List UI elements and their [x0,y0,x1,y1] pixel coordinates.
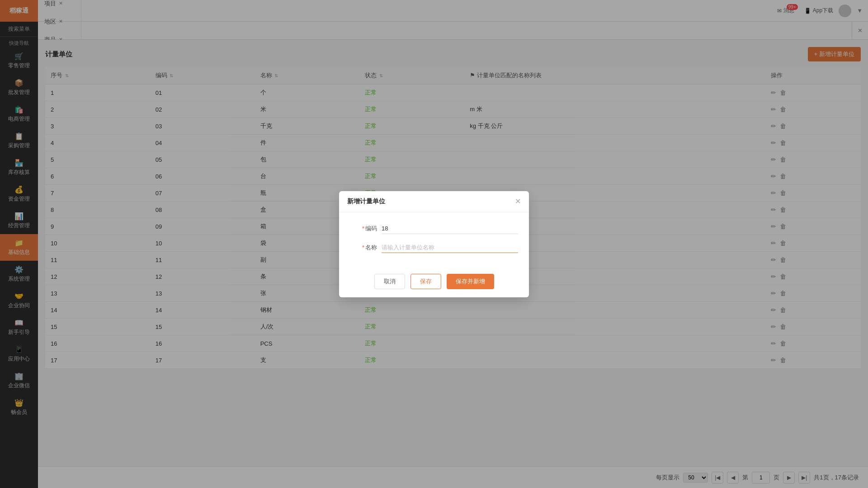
save-button[interactable]: 保存 [410,274,441,289]
cancel-button[interactable]: 取消 [374,274,405,289]
modal-overlay[interactable]: 新增计量单位 ✕ *编码 *名称 取消 保存 保存并新增 [0,0,868,488]
modal-body: *编码 *名称 [339,212,529,268]
modal-footer: 取消 保存 保存并新增 [339,268,529,297]
code-label: *编码 [350,225,377,233]
form-item-code: *编码 [350,223,518,234]
name-input[interactable] [382,242,518,253]
form-item-name: *名称 [350,242,518,253]
save-and-add-button[interactable]: 保存并新增 [447,274,494,289]
modal-header: 新增计量单位 ✕ [339,191,529,212]
modal-title: 新增计量单位 [347,197,385,206]
code-input[interactable] [382,223,518,234]
name-label: *名称 [350,244,377,252]
add-unit-modal: 新增计量单位 ✕ *编码 *名称 取消 保存 保存并新增 [339,191,529,297]
modal-close-button[interactable]: ✕ [515,198,521,205]
